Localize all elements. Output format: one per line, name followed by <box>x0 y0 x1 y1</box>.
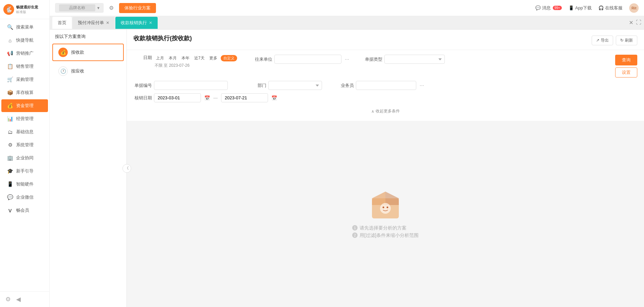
sidebar-item-marketing[interactable]: 📢 营销推广 <box>1 47 48 60</box>
settings-icon[interactable]: ⚙ <box>109 5 114 11</box>
date-link-7days[interactable]: 近7天 <box>193 55 206 62</box>
sidebar-item-search[interactable]: 🔍 搜索菜单 <box>1 21 48 34</box>
svg-marker-2 <box>385 192 399 205</box>
solution-button[interactable]: 体验行业方案 <box>119 3 156 13</box>
sidebar-item-inventory[interactable]: 📦 库存核算 <box>1 86 48 99</box>
staff-input[interactable] <box>356 81 416 90</box>
query-row-3: 核销日期 📅 — 📅 <box>133 93 637 106</box>
query-row-2: 单据编号 部门 业务员 ··· <box>133 81 637 93</box>
query-row-1: 日期 上月 本月 本年 近7天 更多 自定义 不限 <box>133 50 637 81</box>
counterpart-label: 往来单位 <box>254 56 272 62</box>
receivable-icon: 🕐 <box>58 66 68 76</box>
sidebar-item-beginner[interactable]: 🎓 新手引导 <box>1 165 48 177</box>
export-button[interactable]: ↗ 导出 <box>592 36 613 45</box>
sidebar-item-wechat[interactable]: 💬 企业微信 <box>1 191 48 204</box>
chat-icon: 💬 <box>7 194 13 200</box>
date-options-group: 上月 本月 本年 近7天 更多 自定义 不限 至 2023-07-26 <box>155 55 237 68</box>
settings-button[interactable]: 设置 <box>615 67 637 78</box>
export-icon: ↗ <box>596 38 599 43</box>
sidebar-item-vip[interactable]: V 畅会员 <box>1 204 48 217</box>
collapse-filter-btn[interactable]: 《 <box>122 164 131 173</box>
date-link-more[interactable]: 更多 <box>208 55 219 62</box>
online-service-btn[interactable]: 🎧 在线客服 <box>598 5 623 11</box>
counterpart-dots-btn[interactable]: ··· <box>343 56 351 62</box>
graduate-icon: 🎓 <box>7 168 13 174</box>
tab-home[interactable]: 首页 <box>52 17 72 29</box>
messages-badge: 99+ <box>553 6 562 10</box>
page-header-actions: ↗ 导出 ↻ 刷新 <box>592 36 637 45</box>
staff-dots-btn[interactable]: ··· <box>418 83 425 89</box>
date-field: 日期 上月 本月 本年 近7天 更多 自定义 不限 <box>133 55 237 68</box>
collapse-icon[interactable]: ◀ <box>16 296 21 303</box>
sidebar-item-purchase[interactable]: 🛒 采购管理 <box>1 73 48 86</box>
app-download-btn[interactable]: 📱 App下载 <box>569 5 592 11</box>
collapse-more-btn[interactable]: ∧ 收起更多条件 <box>133 106 637 117</box>
staff-label: 业务员 <box>335 83 354 89</box>
doc-type-field: 单据类型 <box>364 55 445 64</box>
counterpart-input[interactable] <box>274 55 341 64</box>
topbar: 品牌名称 ▾ ⚙ 体验行业方案 💬 消息 99+ 📱 App下载 🎧 在线客服 … <box>50 0 644 16</box>
empty-illustration <box>365 188 406 222</box>
logo-icon: 🐇 <box>3 4 14 15</box>
calendar-start-icon[interactable]: 📅 <box>204 95 210 101</box>
filter-sidebar-title: 按以下方案查询 <box>50 34 126 43</box>
sidebar-item-sales[interactable]: 📋 销售管理 <box>1 60 48 73</box>
collection-icon: 💰 <box>58 48 68 57</box>
sidebar-collapse-wrapper: 《 <box>122 164 131 173</box>
folder-icon: 🗂 <box>7 129 13 135</box>
date-link-custom[interactable]: 自定义 <box>221 55 237 61</box>
filter-sidebar: 按以下方案查询 💰 按收款 🕐 按应收 <box>50 30 127 307</box>
filter-option-by-collection[interactable]: 💰 按收款 <box>52 44 124 61</box>
messages-btn[interactable]: 💬 消息 99+ <box>535 5 562 11</box>
date-range-display: 不限 至 2023-07-26 <box>155 63 237 68</box>
tab-close-prepay[interactable]: ✕ <box>106 20 109 25</box>
date-links: 上月 本月 本年 近7天 更多 自定义 <box>155 55 237 62</box>
svg-point-3 <box>380 203 391 214</box>
vip-icon: V <box>7 208 13 213</box>
tab-collection[interactable]: 收款核销执行 ✕ <box>115 17 158 29</box>
date-link-last-month[interactable]: 上月 <box>155 55 165 62</box>
tab-expand-icon[interactable]: ⛶ <box>636 19 641 26</box>
svg-point-5 <box>387 206 388 208</box>
sidebar-item-system[interactable]: ⚙ 系统管理 <box>1 139 48 151</box>
filter-option-by-receivable-label: 按应收 <box>71 68 84 74</box>
home-icon: ⌂ <box>7 38 13 43</box>
user-avatar[interactable]: Rit <box>629 3 639 13</box>
empty-svg <box>365 188 406 222</box>
verify-date-start-input[interactable] <box>154 93 201 102</box>
date-link-this-year[interactable]: 本年 <box>180 55 191 62</box>
svg-point-4 <box>383 206 384 208</box>
sidebar-item-basic[interactable]: 🗂 基础信息 <box>1 125 48 138</box>
topbar-right: 💬 消息 99+ 📱 App下载 🎧 在线客服 Rit <box>535 3 639 13</box>
dept-select[interactable] <box>268 81 322 90</box>
counterpart-field: 往来单位 ··· <box>254 55 351 64</box>
empty-hints: 1 请先选择要分析的方案 2 用[过滤]条件来缩小分析范围 <box>352 225 419 240</box>
settings-footer-icon[interactable]: ⚙ <box>5 296 11 303</box>
verify-date-end-input[interactable] <box>221 93 268 102</box>
sidebar-item-operation[interactable]: 📊 经营管理 <box>1 112 48 125</box>
sidebar-item-enterprise[interactable]: 🏢 企业协同 <box>1 152 48 164</box>
tab-close-collection[interactable]: ✕ <box>149 20 152 25</box>
calendar-end-icon[interactable]: 📅 <box>271 95 277 101</box>
sidebar-item-finance[interactable]: 💰 资金管理 <box>1 99 48 112</box>
doc-no-label: 单据编号 <box>133 83 152 89</box>
verify-date-label: 核销日期 <box>133 95 152 101</box>
doc-type-label: 单据类型 <box>364 56 382 62</box>
refresh-button[interactable]: ↻ 刷新 <box>616 36 637 45</box>
date-link-this-month[interactable]: 本月 <box>167 55 178 62</box>
brand-selector[interactable]: 品牌名称 ▾ <box>55 3 104 13</box>
doc-type-select[interactable] <box>384 55 445 64</box>
doc-no-input[interactable] <box>154 81 228 90</box>
tab-close-all-icon[interactable]: ✕ <box>629 19 633 26</box>
filter-option-by-collection-label: 按收款 <box>71 49 84 55</box>
filter-option-by-receivable[interactable]: 🕐 按应收 <box>52 62 124 80</box>
query-button[interactable]: 查询 <box>615 55 637 65</box>
sidebar-item-quick-nav[interactable]: ⌂ 快捷导航 <box>1 34 48 47</box>
sales-icon: 📋 <box>7 63 13 69</box>
staff-field: 业务员 ··· <box>335 81 425 90</box>
tab-prepay[interactable]: 预付冲应付单 ✕ <box>72 17 115 29</box>
chart-icon: 📊 <box>7 116 13 122</box>
sidebar-item-hardware[interactable]: 📱 智能硬件 <box>1 178 48 191</box>
building-icon: 🏢 <box>7 155 13 161</box>
megaphone-icon: 📢 <box>7 50 13 56</box>
